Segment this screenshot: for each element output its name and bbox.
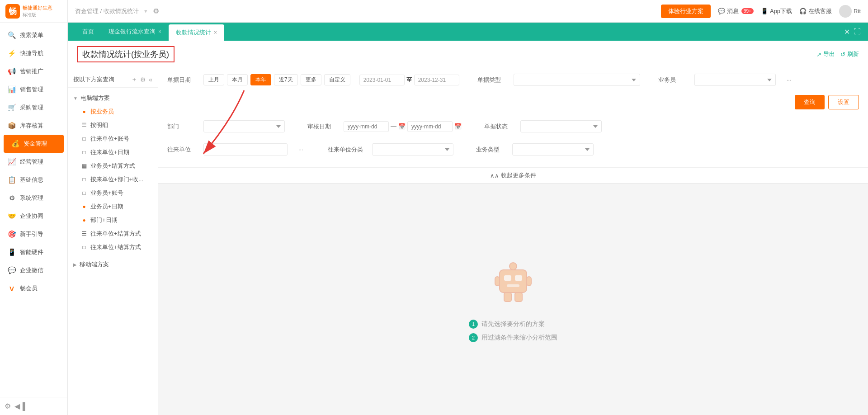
scheme-item-by-counterparty-dept[interactable]: □ 按来单位+部门+收... [68,173,158,186]
sidebar-item-marketing[interactable]: 📢 营销推广 [0,62,67,80]
collapse-sidebar-icon[interactable]: ◀▐ [14,402,25,410]
sidebar-item-purchase[interactable]: 🛒 采购管理 [0,99,67,117]
scheme-item-counterparty-settlement2[interactable]: □ 往来单位+结算方式 [68,241,158,254]
tab-bank-flow[interactable]: 现金银行流水查询 × [101,23,169,41]
sidebar-item-quicknav[interactable]: ⚡ 快捷导航 [0,44,67,62]
tab-receipt-stats[interactable]: 收款情况统计 × [169,24,224,41]
empty-steps: 1 请先选择要分析的方案 2 用过滤条件来缩小分析范围 [469,320,557,342]
scheme-item-counterparty-date[interactable]: □ 往来单位+日期 [68,146,158,159]
left-panel-header: 按以下方案查询 ＋ ⚙ « [68,72,158,88]
sidebar-item-enterprise[interactable]: 🤝 企业协同 [0,207,67,225]
scheme-item-label: 业务员+日期 [90,203,123,211]
scheme-item-salesperson-settlement[interactable]: ▦ 业务员+结算方式 [68,159,158,173]
messages-item[interactable]: 💬 消息 99+ [718,7,754,15]
collapse-btn[interactable]: ∧∧ 收起更多条件 [158,167,868,183]
app-download-item[interactable]: 📱 App下载 [761,7,792,15]
tab-receipt-stats-close[interactable]: × [214,29,217,36]
messages-badge: 99+ [741,8,754,14]
sidebar-item-smart-hw[interactable]: 📱 智能硬件 [0,243,67,261]
date-btn-last-month[interactable]: 上月 [203,74,224,85]
dept-select[interactable] [203,120,285,132]
online-service-item[interactable]: 🎧 在线客服 [799,7,832,15]
date-from-input[interactable] [359,75,405,85]
sidebar-item-member[interactable]: V 畅会员 [0,279,67,297]
collapse-panel-btn[interactable]: « [149,75,152,84]
counterparty-cat-select[interactable] [372,143,453,156]
scheme-group-desktop-label: 电脑端方案 [80,94,110,102]
salesperson-label: 业务员 [658,76,685,84]
doc-status-select[interactable] [520,120,602,132]
date-btn-custom[interactable]: 自定义 [324,74,350,85]
sidebar-item-basic[interactable]: 📋 基础信息 [0,171,67,189]
scheme-sp-date-icon: ● [80,203,88,210]
tab-bank-flow-close[interactable]: × [158,28,161,35]
add-scheme-btn[interactable]: ＋ [131,75,137,84]
date-range-group: 至 [359,75,459,85]
date-btn-more[interactable]: 更多 [301,74,321,85]
audit-date-calendar-icon2[interactable]: 📅 [454,123,462,130]
member-icon: V [7,284,16,293]
audit-date-from-input[interactable] [344,121,389,132]
refresh-btn[interactable]: ↺ 刷新 [840,50,859,58]
scheme-group-desktop-header[interactable]: ▼ 电脑端方案 [68,91,158,105]
sidebar-item-label: 资金管理 [24,140,47,148]
sidebar-item-finance[interactable]: 💰 资金管理 [4,135,64,153]
sidebar-item-label: 营销推广 [20,67,43,75]
counterparty-input[interactable] [203,143,288,156]
topbar-gear-icon[interactable]: ⚙ [153,7,159,15]
doc-type-select[interactable] [514,74,640,86]
salesperson-select[interactable] [694,74,776,86]
sidebar-item-inventory[interactable]: 📦 库存核算 [0,117,67,135]
trial-btn[interactable]: 体验行业方案 [661,5,711,18]
scheme-item-label: 往来单位+结算方式 [90,230,141,238]
scheme-group-mobile-header[interactable]: ▶ 移动端方案 [68,258,158,271]
biz-type-select[interactable] [512,143,594,156]
export-icon: ↗ [816,51,821,58]
scheme-item-salesperson-date[interactable]: ● 业务员+日期 [68,200,158,213]
scheme-item-counterparty-settlement[interactable]: ☰ 往来单位+结算方式 [68,227,158,241]
empty-state: 1 请先选择要分析的方案 2 用过滤条件来缩小分析范围 [158,184,868,415]
counterparty-more-icon[interactable]: ··· [298,146,303,153]
date-to-input[interactable] [414,75,459,85]
sidebar-item-search[interactable]: 🔍 搜索菜单 [0,26,67,44]
breadcrumb: 资金管理 / 收款情况统计 [75,7,139,15]
tab-close-window-btn[interactable]: ✕ [844,28,850,36]
doc-type-label: 单据类型 [477,76,505,84]
logo-icon: 畅 [5,4,20,19]
salesperson-more-icon[interactable]: ··· [787,76,792,83]
sidebar-item-operations[interactable]: 📈 经营管理 [0,153,67,171]
audit-date-separator: — [391,123,396,130]
sidebar-item-label: 库存核算 [20,122,43,130]
scheme-item-by-detail[interactable]: ☰ 按明细 [68,118,158,132]
audit-date-calendar-icon1[interactable]: 📅 [398,123,406,130]
scheme-item-counterparty-account[interactable]: □ 往来单位+账号 [68,132,158,146]
empty-step-2: 2 用过滤条件来缩小分析范围 [469,333,557,342]
scheme-item-dept-date[interactable]: ● 部门+日期 [68,213,158,227]
export-btn[interactable]: ↗ 导出 [816,50,835,58]
message-icon: 💬 [718,8,725,14]
query-btn[interactable]: 查询 [795,95,825,109]
counterparty-label: 往来单位 [167,146,194,154]
doc-status-label: 单据状态 [484,123,511,131]
sidebar-item-sales[interactable]: 📊 销售管理 [0,80,67,99]
sidebar-item-guide[interactable]: 🎯 新手引导 [0,225,67,243]
user-item[interactable]: Rit [839,5,861,18]
audit-date-to-input[interactable] [407,121,453,132]
sidebar-item-system[interactable]: ⚙ 系统管理 [0,189,67,207]
date-btn-7days[interactable]: 近7天 [274,74,298,85]
settings-gear-icon[interactable]: ⚙ [5,402,11,410]
sidebar-item-wechat[interactable]: 💬 企业微信 [0,261,67,279]
date-btn-this-year[interactable]: 本年 [250,74,271,85]
scheme-item-by-salesperson[interactable]: ● 按业务员 [68,105,158,118]
tab-maximize-btn[interactable]: ⛶ [854,28,861,36]
date-btn-this-month[interactable]: 本月 [227,74,248,85]
topbar: 资金管理 / 收款情况统计 ▾ ⚙ 体验行业方案 💬 消息 99+ 📱 App下… [68,0,868,23]
guide-icon: 🎯 [7,230,16,239]
scheme-item-salesperson-account[interactable]: □ 业务员+账号 [68,186,158,200]
tab-home[interactable]: 首页 [75,23,101,41]
settings-btn[interactable]: 设置 [828,95,859,109]
sales-icon: 📊 [7,85,16,94]
scheme-settings-btn[interactable]: ⚙ [140,75,146,84]
step-2-num: 2 [469,333,478,342]
scheme-item-label: 往来单位+日期 [90,148,129,156]
